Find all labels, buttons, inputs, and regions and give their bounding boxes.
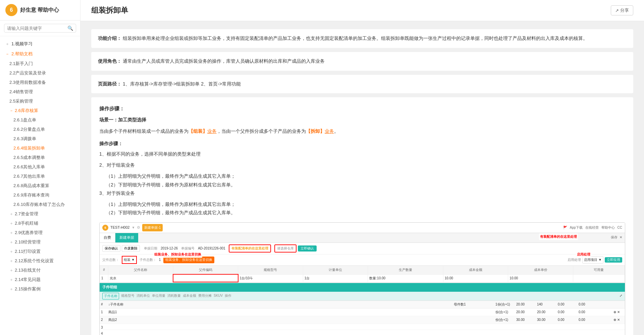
bth-consume: 140 (537, 301, 557, 308)
erp-apply-btn[interactable]: 立即应用 (605, 257, 622, 263)
page-title: 组装拆卸单 (91, 5, 128, 15)
nav-item-2-1[interactable]: 2.1新手入门 (0, 59, 80, 68)
search-input[interactable] (7, 26, 67, 31)
nav-item-2-15[interactable]: ＋2.15操作案例 (0, 284, 80, 294)
erp-action-x[interactable]: ✕ (620, 234, 622, 241)
nav-section-2-label: 2.帮助文档 (11, 51, 33, 57)
sidebar-nav: ＋ 1.视频学习 － 2.帮助文档 2.1新手入门 2.2产品安装及登录 2.3… (0, 36, 80, 335)
nav-item-2-2[interactable]: 2.2产品安装及登录 (0, 68, 80, 78)
nav-item-2-6-9[interactable]: 2.6.9库存账本查询 (0, 190, 80, 200)
nav-item-2-12[interactable]: ＋2.12系统个性化设置 (0, 256, 80, 266)
erp-tab-actions: 保存 ✕ (608, 233, 625, 242)
nav-item-2-3[interactable]: 2.3使用前数据准备 (0, 78, 80, 87)
nav-item-2-6-1[interactable]: 2.6.1盘点单 (0, 115, 80, 125)
erp-top-table-container: # 父件名称 父件编码 规格型号 计量单位 生产数量 成本金额 成本单价 可用量 (100, 266, 625, 282)
nav-item-2-8[interactable]: ＋2.8手机旺铺 (0, 219, 80, 228)
br2-spec (475, 317, 495, 323)
erp-help: 帮助中心 (601, 225, 615, 231)
nav-item-2-9[interactable]: ＋2.9优惠券管理 (0, 228, 80, 237)
erp-btn-save[interactable]: 保存确认 (102, 245, 120, 252)
nav-section-1[interactable]: ＋ 1.视频学习 (0, 39, 80, 49)
ops-steps-title: 操作步骤： (99, 141, 123, 146)
nav-item-2-6[interactable]: － 2.6库存核算 (0, 106, 80, 115)
erp-process-select[interactable]: 启用项目 ▼ (582, 256, 603, 264)
nav-item-2-13[interactable]: ＋2.13在线支付 (0, 266, 80, 275)
nav-item-2-10[interactable]: ＋2.10经营管理 (0, 237, 80, 247)
erp-top-row-1: 1 光水 1台/10斗 1台 数量:10.00 10.00 10.00 (100, 274, 625, 282)
nav-section-2[interactable]: － 2.帮助文档 (0, 49, 80, 59)
nav-item-2-6-10[interactable]: 2.6.10库存账本错了怎么办 (0, 200, 80, 209)
nav-item-2-11[interactable]: ＋2.11打印设置 (0, 247, 80, 256)
step2-1: （1）上部明细为父件明细，最终作为产成品生成其它入库单； (106, 172, 625, 180)
erp-title: TEST-H002 (110, 224, 129, 231)
erp-sub-expand[interactable]: ⤢ (620, 293, 622, 299)
app-logo: 6 (5, 4, 17, 16)
erp-tab-new[interactable]: 新建单据 (115, 233, 138, 242)
share-button[interactable]: ↗ 分享 (611, 5, 633, 15)
br1-sku (599, 309, 613, 315)
nav-item-2-5[interactable]: 2.5采购管理 (0, 97, 80, 106)
br2-cost: 0.00 (558, 317, 578, 323)
intro-text: 组装拆卸单用来处理企业组装或拆卸等加工业务，支持有固定装配清单的产品加工业务，也… (123, 36, 588, 41)
nav-item-2-4[interactable]: 2.4销售管理 (0, 87, 80, 97)
th-unit: 计量单位 (303, 266, 368, 275)
nav-item-2-6-7[interactable]: 2.6.7其他出库单 (0, 172, 80, 181)
erp-confirm-area: 请选择仓库 立即确认 (274, 244, 317, 253)
nav-item-2-6-6[interactable]: 2.6.6其他入库单 (0, 162, 80, 172)
erp-top-table-header: # 父件名称 父件编码 规格型号 计量单位 生产数量 成本金额 成本单价 可用量 (100, 266, 625, 275)
br1-p (454, 309, 474, 315)
erp-new-btn[interactable]: 新建单据-1 (142, 224, 163, 231)
th-parent-name: 父件名称 (108, 266, 173, 275)
nav-item-2-6-3[interactable]: 2.6.3调拨单 (0, 134, 80, 144)
erp-sub-lbl6: 成本金额 (183, 293, 196, 299)
erp-screenshot: 6 TEST-H002 ▼ ⚙ 新建单据-1 🚩 App下载 在线经营 帮助中心… (99, 222, 625, 335)
erp-type-selector[interactable]: 组装 ▼ (122, 256, 137, 264)
br2-consume: 30.00 (537, 317, 557, 323)
td-1-name: 光水 (108, 274, 173, 282)
app-title: 好生意 帮助中心 (20, 7, 59, 14)
expand-icon-1: ＋ (5, 41, 9, 47)
scene-title-text: 场景一：加工类型选择 (99, 117, 146, 122)
search-wrapper[interactable]: 🔍 (4, 24, 76, 33)
erp-settings-icon: ⚙ (137, 224, 140, 231)
erp-sub-lbl7: 费用分摊 (198, 293, 212, 299)
br1-alloc: 0.00 (579, 309, 599, 315)
erp-form-header: 保存确认 作废删除 单据日期 2019-12-26 单据编号 AD-201912… (100, 243, 625, 255)
br2-alloc: 0.00 (579, 317, 599, 323)
br2-usage: 30.00 (516, 317, 536, 323)
erp-sub-lbl3: 消耗单位 (137, 293, 150, 299)
sidebar: 6 好生意 帮助中心 🔍 ＋ 1.视频学习 － 2.帮助文档 2.1新手入门 2… (0, 0, 80, 335)
erp-btn-del[interactable]: 作废删除 (122, 245, 140, 252)
nav-item-2-7[interactable]: ＋2.7资金管理 (0, 209, 80, 219)
td-1-spec: 1台/10斗 (238, 274, 303, 282)
nav-item-2-6-4[interactable]: 2.6.4组装拆卸单 (0, 144, 80, 153)
bth-cost2: 0.00 (558, 301, 578, 308)
erp-confirm-btn[interactable]: 立即确认 (298, 245, 317, 252)
br2-unit: 份(合+1) (495, 317, 516, 323)
step3-1: （1）上部明细为父件明细，最终作为原材料生成其它出库单； (106, 200, 625, 209)
td-1-no: 1 (100, 274, 108, 282)
th-parent-code: 父件编码 (173, 266, 238, 275)
bth-unit2: 1份(合+1) (495, 301, 516, 308)
search-icon[interactable]: 🔍 (67, 25, 73, 31)
erp-cc: CC (618, 225, 622, 231)
erp-action-close[interactable]: 保存 (611, 234, 618, 241)
erp-warehouse-select[interactable]: 请选择仓库 (274, 244, 297, 253)
role-text: 通常由生产人员或库管人员完成拆装业务的操作，库管人员确认原材料的出库和产成品的入… (123, 58, 325, 64)
erp-child-count-lbl: 子件总数： (140, 257, 156, 263)
nav-item-2-6-5[interactable]: 2.6.5成本调整单 (0, 153, 80, 162)
topbar: 组装拆卸单 ↗ 分享 (80, 0, 644, 21)
erp-process-area: 启用处理 启用项目 ▼ 立即应用 (568, 256, 622, 264)
erp-tab-home[interactable]: 自费 (100, 233, 115, 242)
erp-bottom-row-3: 3 (100, 324, 625, 330)
br1-usage: 20.00 (516, 309, 536, 315)
br2-p (454, 317, 474, 323)
nav-item-2-14[interactable]: ＋2.14常见问题 (0, 275, 80, 284)
path-card: 页面路径： 1、库存核算->库存管理->组装拆卸单 2、首页->常用功能 (91, 75, 633, 94)
link-disassemble[interactable]: 业务 (325, 128, 334, 134)
step2: 2、对于组装业务 (99, 161, 625, 169)
link-assemble[interactable]: 业务 (207, 128, 217, 134)
erp-sub-lbl9: 操作 (225, 293, 231, 299)
nav-item-2-6-2[interactable]: 2.6.2分量盘点单 (0, 125, 80, 134)
nav-item-2-6-8[interactable]: 2.6.8商品成本重算 (0, 181, 80, 190)
